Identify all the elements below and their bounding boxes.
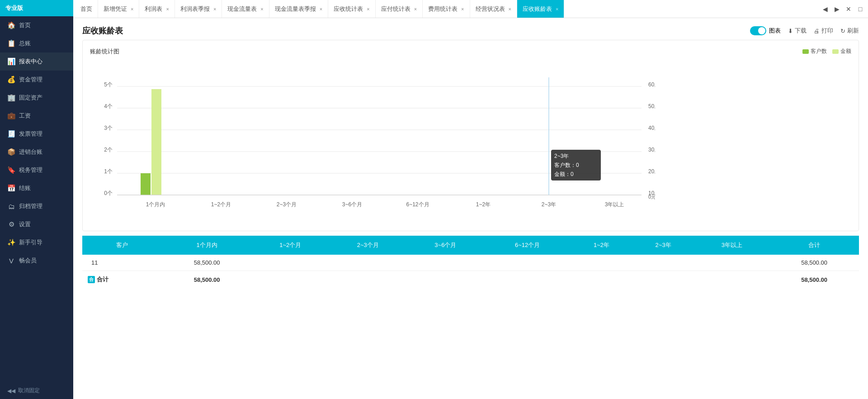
sidebar-unpin-btn[interactable]: ◀◀ 取消固定	[0, 382, 73, 399]
tab-label-ar_stat: 应收统计表	[334, 5, 363, 13]
tab-home[interactable]: 首页	[75, 0, 98, 18]
sidebar-item-home[interactable]: 🏠首页	[0, 16, 73, 34]
table-row: 11 58,500.00 58,500.00	[82, 255, 859, 271]
td-total-y23	[632, 271, 694, 289]
sidebar-item-funds[interactable]: 💰资金管理	[0, 71, 73, 89]
tab-close-ap_stat[interactable]: ×	[414, 6, 417, 12]
legend-customer-label: 客户数	[811, 48, 827, 55]
sidebar-item-invoice[interactable]: 🧾发票管理	[0, 125, 73, 143]
main-area: 首页新增凭证×利润表×利润表季报×现金流量表×现金流量表季报×应收统计表×应付统…	[73, 0, 868, 399]
print-icon: 🖨	[814, 28, 820, 34]
sidebar-item-ledger[interactable]: 📋总账	[0, 34, 73, 52]
tab-close-business[interactable]: ×	[509, 6, 511, 12]
th-customer: 客户	[82, 236, 162, 255]
th-total: 合计	[769, 236, 859, 255]
x-label-1: 1个月内	[146, 201, 165, 208]
bar-amount-1	[151, 89, 161, 195]
refresh-icon: ↻	[840, 28, 845, 34]
tab-label-ap_stat: 应付统计表	[381, 5, 410, 13]
download-btn[interactable]: ⬇ 下载	[788, 27, 807, 35]
sidebar-item-salary[interactable]: 💼工资	[0, 107, 73, 125]
tab-close-cashflow[interactable]: ×	[260, 6, 263, 12]
chart-svg-wrapper: 5个 4个 3个 2个 1个 0个 60,000.00元 50,000.00元 …	[90, 59, 851, 223]
th-y3plus: 3年以上	[694, 236, 770, 255]
legend-amount: 金额	[832, 48, 851, 55]
sidebar-icon-member: V	[7, 257, 15, 265]
print-btn[interactable]: 🖨 打印	[814, 27, 833, 35]
tab-close-ar_aging[interactable]: ×	[556, 6, 558, 12]
y-right-label-0: 0元	[648, 194, 655, 200]
sidebar-item-archive[interactable]: 🗂归档管理	[0, 197, 73, 215]
tab-profit[interactable]: 利润表×	[139, 0, 175, 18]
content-area: 应收账龄表 图表 ⬇ 下载 🖨 打印 ↻ 刷新	[73, 18, 868, 399]
tab-close-expense[interactable]: ×	[461, 6, 464, 12]
sidebar-item-close[interactable]: 📅结账	[0, 179, 73, 197]
sidebar-label-close: 结账	[19, 184, 31, 192]
sidebar-label-assets: 固定资产	[19, 94, 42, 102]
tab-close-all-btn[interactable]: ✕	[843, 0, 854, 18]
tab-cashflow_q[interactable]: 现金流量表季报×	[269, 0, 328, 18]
td-y23	[632, 255, 694, 271]
th-m23: 2~3个月	[329, 236, 407, 255]
tab-maximize-btn[interactable]: □	[854, 0, 866, 18]
tab-ar_stat[interactable]: 应收统计表×	[328, 0, 375, 18]
chart-toggle[interactable]: 图表	[750, 26, 781, 35]
toggle-thumb	[758, 27, 765, 34]
legend-customer-color	[802, 49, 809, 54]
x-label-5: 6~12个月	[406, 201, 429, 208]
tab-label-business: 经营状况表	[476, 5, 505, 13]
td-total-sum: 58,500.00	[769, 271, 859, 289]
refresh-label: 刷新	[847, 27, 859, 35]
sidebar-item-member[interactable]: V畅会员	[0, 252, 73, 270]
sidebar-item-reports[interactable]: 📊报表中心	[0, 52, 73, 71]
x-label-2: 1~2个月	[211, 201, 231, 208]
sidebar-icon-ledger: 📋	[7, 39, 15, 48]
tab-voucher[interactable]: 新增凭证×	[98, 0, 139, 18]
td-m1: 58,500.00	[162, 255, 252, 271]
toggle-track[interactable]	[750, 26, 766, 35]
sidebar-item-guide[interactable]: ✨新手引导	[0, 233, 73, 252]
table-header-row: 客户 1个月内 1~2个月 2~3个月 3~6个月 6~12个月 1~2年 2~…	[82, 236, 859, 255]
sidebar-label-archive: 归档管理	[19, 202, 42, 210]
th-m36: 3~6个月	[407, 236, 485, 255]
tab-prev-btn[interactable]: ◀	[819, 0, 831, 18]
sidebar-label-guide: 新手引导	[19, 238, 42, 247]
tab-profit_q[interactable]: 利润表季报×	[175, 0, 222, 18]
sidebar-item-tax[interactable]: 🔖税务管理	[0, 161, 73, 179]
tab-ap_stat[interactable]: 应付统计表×	[376, 0, 423, 18]
tab-label-cashflow: 现金流量表	[227, 5, 257, 13]
td-m36	[407, 255, 485, 271]
tab-business[interactable]: 经营状况表×	[470, 0, 517, 18]
sidebar-icon-salary: 💼	[7, 112, 15, 120]
table-total-row: 合 合计 58,500.00 58,500.00	[82, 271, 859, 289]
y-right-label-50000: 50,000.00元	[648, 103, 655, 109]
tab-next-btn[interactable]: ▶	[831, 0, 843, 18]
sidebar-item-settings[interactable]: ⚙设置	[0, 215, 73, 233]
td-y3plus	[694, 255, 770, 271]
th-y12: 1~2年	[571, 236, 632, 255]
sidebar-item-assets[interactable]: 🏢固定资产	[0, 89, 73, 107]
page-header: 应收账龄表 图表 ⬇ 下载 🖨 打印 ↻ 刷新	[73, 18, 868, 40]
tab-expense[interactable]: 费用统计表×	[423, 0, 470, 18]
print-label: 打印	[821, 27, 833, 35]
td-total-m23	[329, 271, 407, 289]
x-label-8: 3年以上	[605, 201, 624, 208]
tab-close-cashflow_q[interactable]: ×	[320, 6, 322, 12]
sidebar-icon-settings: ⚙	[7, 220, 15, 228]
tab-close-voucher[interactable]: ×	[131, 6, 133, 12]
refresh-btn[interactable]: ↻ 刷新	[840, 27, 859, 35]
td-m12	[251, 255, 329, 271]
x-label-6: 1~2年	[476, 201, 491, 208]
pin-icon: ◀◀	[7, 388, 15, 394]
tab-cashflow[interactable]: 现金流量表×	[222, 0, 269, 18]
tab-close-profit_q[interactable]: ×	[213, 6, 216, 12]
tab-close-profit[interactable]: ×	[166, 6, 169, 12]
sidebar-label-member: 畅会员	[19, 256, 37, 265]
tab-label-profit_q: 利润表季报	[180, 5, 210, 13]
tab-ar_aging[interactable]: 应收账龄表×	[517, 0, 564, 18]
sidebar-item-inout[interactable]: 📦进销台账	[0, 143, 73, 161]
sidebar-label-settings: 设置	[19, 220, 31, 228]
tab-close-ar_stat[interactable]: ×	[367, 6, 369, 12]
sidebar-icon-guide: ✨	[7, 238, 15, 247]
tab-label-cashflow_q: 现金流量表季报	[275, 5, 316, 13]
